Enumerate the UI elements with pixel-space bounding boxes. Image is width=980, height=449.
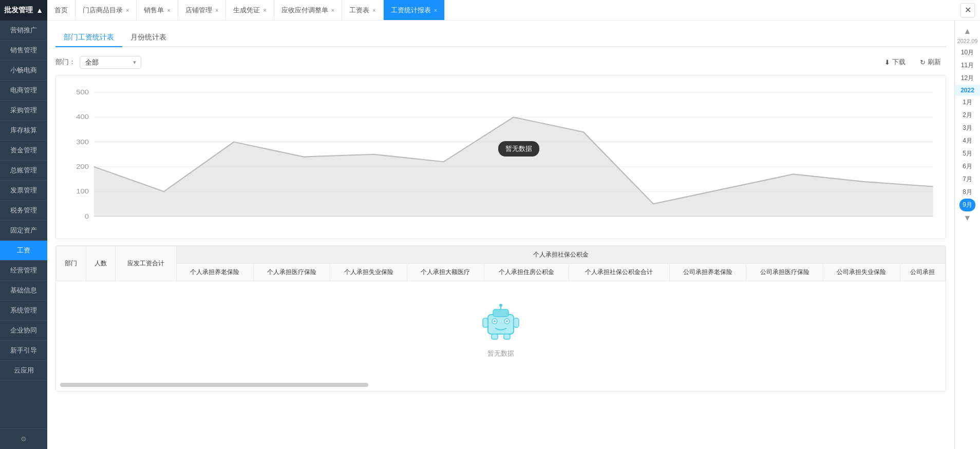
settings-icon: ⚙ (21, 435, 27, 443)
tab-close-店铺管理[interactable]: × (215, 7, 218, 13)
svg-text:300: 300 (76, 139, 89, 146)
toolbar: 部门： 全部销售部财务部采购部行政部 ⬇ 下载 ↻ 刷新 (55, 55, 946, 69)
tab-生成凭证[interactable]: 生成凭证× (226, 0, 274, 21)
tab-工资表[interactable]: 工资表× (342, 0, 383, 21)
empty-state: 暂无数据 (56, 281, 946, 379)
download-icon: ⬇ (884, 58, 890, 66)
table-scrollbar[interactable] (60, 383, 368, 387)
timeline-year-label-2022[interactable]: 2022 (955, 85, 980, 96)
chart-container: 5004003002001000 暂无数据 (55, 75, 946, 239)
close-all-button[interactable]: ✕ (960, 3, 975, 17)
tab-门店商品目录[interactable]: 门店商品目录× (76, 0, 137, 21)
sidebar-item-总账管理[interactable]: 总账管理 (0, 161, 47, 181)
tab-close-生成凭证[interactable]: × (263, 7, 266, 13)
sidebar-item-工资[interactable]: 工资 (0, 241, 47, 261)
timeline-month-9月[interactable]: 9月 (959, 199, 975, 211)
sidebar-item-固定资产[interactable]: 固定资产 (0, 221, 47, 241)
sidebar-title: 批发管理 (4, 6, 33, 15)
sidebar-item-资金管理[interactable]: 资金管理 (0, 141, 47, 161)
sidebar-item-小畅电商[interactable]: 小畅电商 (0, 61, 47, 81)
sidebar-item-发票管理[interactable]: 发票管理 (0, 181, 47, 201)
sidebar-header[interactable]: 批发管理 ▲ (0, 0, 47, 21)
tab-应收应付调整单[interactable]: 应收应付调整单× (274, 0, 342, 21)
sidebar-item-税务管理[interactable]: 税务管理 (0, 201, 47, 221)
main-area: 首页门店商品目录×销售单×店铺管理×生成凭证×应收应付调整单×工资表×工资统计报… (47, 0, 980, 449)
content-area: 部门工资统计表月份统计表 部门： 全部销售部财务部采购部行政部 ⬇ 下载 ↻ (47, 21, 980, 449)
refresh-button[interactable]: ↻ 刷新 (915, 55, 946, 69)
sub-tabs: 部门工资统计表月份统计表 (55, 29, 946, 47)
svg-text:100: 100 (76, 188, 89, 195)
sub-col-个人承担社保公积金合计: 个人承担社保公积金合计 (569, 264, 669, 281)
timeline-panel: ▲ 2022.09 10月11月12月 2022 1月2月3月4月5月6月7月8… (954, 21, 980, 449)
svg-text:0: 0 (85, 213, 89, 220)
timeline-month-10月[interactable]: 10月 (958, 46, 977, 59)
sub-col-个人承担失业保险: 个人承担失业保险 (330, 264, 407, 281)
svg-text:400: 400 (76, 114, 89, 121)
sidebar-item-经营管理[interactable]: 经营管理 (0, 261, 47, 281)
svg-rect-13 (488, 315, 514, 334)
svg-text:200: 200 (76, 163, 89, 170)
col-部门: 部门 (56, 246, 86, 281)
timeline-month-4月[interactable]: 4月 (959, 134, 975, 147)
tab-close-门店商品目录[interactable]: × (126, 7, 129, 13)
sidebar-item-电商管理[interactable]: 电商管理 (0, 81, 47, 101)
sub-tab-部门工资统计表[interactable]: 部门工资统计表 (55, 29, 122, 47)
timeline-month-8月[interactable]: 8月 (959, 186, 975, 199)
timeline-nav-down[interactable]: ▼ (962, 211, 974, 225)
sidebar-item-采购管理[interactable]: 采购管理 (0, 101, 47, 121)
timeline-year-2022: 2022.09 (957, 38, 978, 44)
timeline-nav-up[interactable]: ▲ (962, 25, 974, 38)
sub-col-公司承担养老保险: 公司承担养老保险 (669, 264, 746, 281)
refresh-icon: ↻ (920, 58, 926, 66)
timeline-month-3月[interactable]: 3月 (959, 122, 975, 134)
sidebar-item-新手引导[interactable]: 新手引导 (0, 341, 47, 361)
timeline-month-2月[interactable]: 2月 (959, 109, 975, 122)
col-group-shebao: 个人承担社保公积金 (177, 246, 946, 264)
timeline-month-5月[interactable]: 5月 (959, 147, 975, 160)
sidebar-item-营销推广[interactable]: 营销推广 (0, 21, 47, 41)
sidebar-item-云应用[interactable]: 云应用 (0, 361, 47, 381)
tab-工资统计报表[interactable]: 工资统计报表× (384, 0, 445, 21)
svg-point-16 (499, 304, 502, 307)
data-table: 部门人数应发工资合计个人承担社保公积金个人承担养老保险个人承担医疗保险个人承担失… (56, 246, 946, 281)
timeline-month-1月[interactable]: 1月 (959, 96, 975, 109)
empty-robot-icon (480, 302, 521, 343)
sidebar-item-基础信息[interactable]: 基础信息 (0, 281, 47, 301)
tab-店铺管理[interactable]: 店铺管理× (178, 0, 226, 21)
sidebar-toggle-icon[interactable]: ▲ (36, 6, 43, 14)
dept-label: 部门： (55, 57, 76, 67)
tab-首页[interactable]: 首页 (47, 0, 76, 21)
timeline-month-12月[interactable]: 12月 (958, 72, 977, 85)
svg-rect-21 (483, 318, 488, 327)
timeline-month-6月[interactable]: 6月 (959, 160, 975, 173)
svg-point-20 (506, 320, 508, 322)
col-应发工资合计: 应发工资合计 (116, 246, 177, 281)
tab-bar-end: ✕ (955, 3, 980, 17)
sub-col-个人承担医疗保险: 个人承担医疗保险 (253, 264, 330, 281)
sidebar-item-系统管理[interactable]: 系统管理 (0, 301, 47, 321)
table-container: 部门人数应发工资合计个人承担社保公积金个人承担养老保险个人承担医疗保险个人承担失… (55, 245, 946, 392)
sub-tab-月份统计表[interactable]: 月份统计表 (122, 29, 175, 47)
svg-rect-24 (504, 334, 510, 339)
download-button[interactable]: ⬇ 下载 (879, 55, 911, 69)
sidebar-item-库存核算[interactable]: 库存核算 (0, 121, 47, 141)
tab-close-工资表[interactable]: × (372, 7, 375, 13)
timeline-month-11月[interactable]: 11月 (958, 59, 977, 72)
tab-销售单[interactable]: 销售单× (137, 0, 178, 21)
svg-text:500: 500 (76, 89, 89, 96)
empty-text: 暂无数据 (77, 349, 925, 358)
svg-rect-23 (492, 334, 498, 339)
tab-close-应收应付调整单[interactable]: × (331, 7, 334, 13)
dept-select[interactable]: 全部销售部财务部采购部行政部 (80, 56, 141, 69)
sidebar-footer-settings[interactable]: ⚙ (0, 428, 47, 449)
col-人数: 人数 (86, 246, 116, 281)
svg-rect-14 (493, 309, 508, 317)
tab-bar: 首页门店商品目录×销售单×店铺管理×生成凭证×应收应付调整单×工资表×工资统计报… (47, 0, 980, 21)
sub-col-公司承担失业保险: 公司承担失业保险 (823, 264, 900, 281)
filter-row: 部门： 全部销售部财务部采购部行政部 (55, 56, 141, 69)
tab-close-销售单[interactable]: × (167, 7, 170, 13)
sidebar-item-企业协同[interactable]: 企业协同 (0, 321, 47, 341)
timeline-month-7月[interactable]: 7月 (959, 173, 975, 186)
tab-close-工资统计报表[interactable]: × (434, 7, 437, 13)
sidebar-item-销售管理[interactable]: 销售管理 (0, 41, 47, 61)
